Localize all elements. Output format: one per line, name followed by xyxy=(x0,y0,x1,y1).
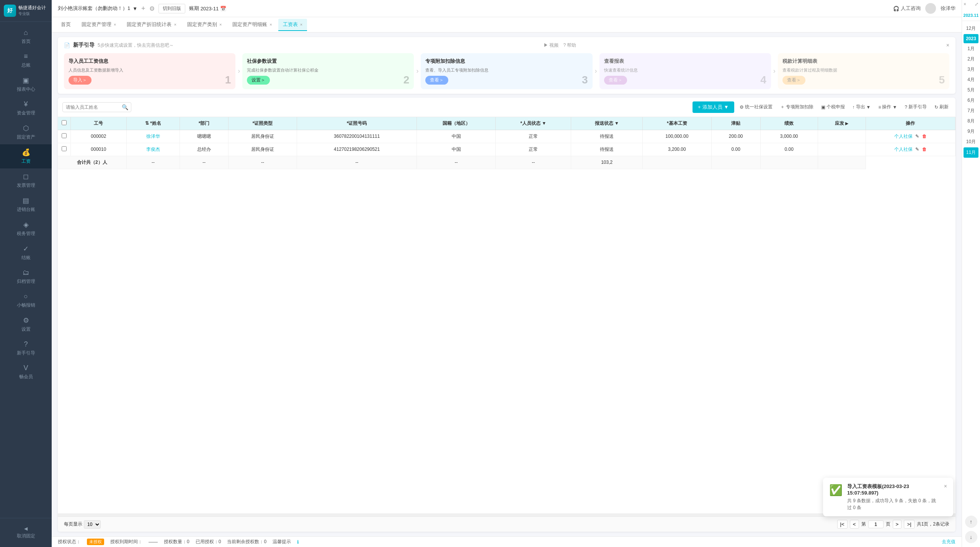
row1-social-link[interactable]: 个人社保 xyxy=(894,134,913,139)
newbie-guide-btn[interactable]: ? 新手引导 xyxy=(902,102,929,112)
row1-perf: 3,000.00 xyxy=(760,130,818,143)
video-link[interactable]: ▶ 视频 xyxy=(544,42,559,49)
footer-dash-8 xyxy=(711,156,760,169)
tab-fixed-assets-close[interactable]: × xyxy=(114,22,116,27)
pagination-controls: |< < 第 页 > >| 共1页，2条记录 xyxy=(837,520,949,529)
row1-edit-icon[interactable]: ✎ xyxy=(915,134,919,139)
guide-close-button[interactable]: × xyxy=(946,42,949,48)
month-8[interactable]: 8月 xyxy=(962,116,980,126)
right-icon-down[interactable]: ↓ xyxy=(965,531,977,543)
step-5-btn[interactable]: 查看＞ xyxy=(782,76,805,85)
month-2[interactable]: 2月 xyxy=(962,54,980,64)
sidebar-item-member[interactable]: V 畅会员 xyxy=(0,360,52,384)
month-4[interactable]: 4月 xyxy=(962,75,980,85)
row1-name-link[interactable]: 徐泽华 xyxy=(146,134,160,139)
unpin-button[interactable]: ◀ 取消固定 xyxy=(0,522,52,543)
month-10[interactable]: 10月 xyxy=(962,137,980,147)
sidebar-item-finance[interactable]: ¥ 资金管理 xyxy=(0,96,52,120)
calendar-icon[interactable]: 📅 xyxy=(220,6,226,11)
sidebar-item-home[interactable]: ⌂ 首页 xyxy=(0,25,52,49)
scrollbar[interactable] xyxy=(58,513,956,516)
filter-status-icon[interactable]: ▼ xyxy=(542,121,546,126)
sidebar-item-assets[interactable]: ⬡ 固定资产 xyxy=(0,120,52,144)
sidebar-item-settings[interactable]: ⚙ 设置 xyxy=(0,312,52,336)
step-4-btn[interactable]: 查看＞ xyxy=(604,76,627,85)
row2-name-link[interactable]: 李俊杰 xyxy=(146,147,160,152)
sidebar-item-expense[interactable]: ○ 小畅报销 xyxy=(0,289,52,312)
month-7[interactable]: 7月 xyxy=(962,106,980,116)
tab-depreciation-close[interactable]: × xyxy=(174,22,176,27)
tab-assets-category[interactable]: 固定资产类别 × xyxy=(183,19,226,31)
ai-consult-btn[interactable]: 🎧 人工咨询 xyxy=(893,5,921,12)
filter-send-icon[interactable]: ▼ xyxy=(614,121,619,126)
tab-payroll[interactable]: 工资表 × xyxy=(278,19,307,31)
notif-title: 导入工资表模板(2023-03-23 15:07:59.897) xyxy=(847,483,939,496)
sidebar-item-report[interactable]: ▣ 报表中心 xyxy=(0,72,52,96)
tab-fixed-assets[interactable]: 固定资产管理 × xyxy=(77,19,121,31)
help-link[interactable]: ? 帮助 xyxy=(563,42,576,49)
sidebar-item-sales[interactable]: ▤ 进销台账 xyxy=(0,193,52,217)
settings-cog-icon[interactable]: ⚙ xyxy=(149,5,155,12)
search-wrapper: 🔍 xyxy=(62,102,131,112)
expand-icon[interactable]: ⤢ xyxy=(975,2,978,7)
sidebar-item-archive[interactable]: 🗂 归档管理 xyxy=(0,265,52,289)
sidebar-item-payroll[interactable]: 💰 工资 xyxy=(0,144,52,168)
refresh-btn[interactable]: ↻ 刷新 xyxy=(932,102,951,112)
notif-content: 导入工资表模板(2023-03-23 15:07:59.897) 共 9 条数据… xyxy=(847,483,939,511)
search-input[interactable] xyxy=(62,102,131,112)
right-icon-up[interactable]: ↑ xyxy=(965,516,977,528)
month-12[interactable]: 12月 xyxy=(962,23,980,34)
sidebar-item-guide[interactable]: ? 新手引导 xyxy=(0,336,52,360)
account-selector[interactable]: 刘小艳演示账套（勿删勿动！）1 ▼ xyxy=(58,5,137,12)
month-6[interactable]: 6月 xyxy=(962,95,980,106)
tax-report-btn[interactable]: ▣ 个税申报 xyxy=(819,102,847,112)
panel-close-icon[interactable]: × xyxy=(964,2,966,7)
row2-select[interactable] xyxy=(62,146,67,151)
tab-payroll-close[interactable]: × xyxy=(300,22,302,27)
sidebar-item-ledger[interactable]: ≡ 总账 xyxy=(0,49,52,72)
tab-assets-detail-close[interactable]: × xyxy=(270,22,272,27)
last-page-btn[interactable]: >| xyxy=(904,520,914,529)
step-3-btn[interactable]: 查看＞ xyxy=(425,76,448,85)
tab-depreciation[interactable]: 固定资产折旧统计表 × xyxy=(122,19,181,31)
sidebar-item-invoice[interactable]: ◻ 发票管理 xyxy=(0,168,52,193)
tab-assets-detail[interactable]: 固定资产明细账 × xyxy=(228,19,276,31)
month-5[interactable]: 5月 xyxy=(962,85,980,95)
social-insurance-btn[interactable]: ⚙ 统一社保设置 xyxy=(737,102,775,112)
next-page-btn[interactable]: > xyxy=(893,520,902,529)
special-deduction-btn[interactable]: ＋ 专项附加扣除 xyxy=(778,102,816,112)
row2-id: 000010 xyxy=(71,143,127,156)
month-9[interactable]: 9月 xyxy=(962,126,980,137)
sidebar-item-close[interactable]: ✓ 结账 xyxy=(0,241,52,265)
step-1-btn[interactable]: 导入＞ xyxy=(69,76,91,85)
row1-delete-icon[interactable]: 🗑 xyxy=(922,134,927,139)
step-2-btn[interactable]: 设置＞ xyxy=(247,76,270,85)
page-number-input[interactable] xyxy=(868,520,884,528)
month-11[interactable]: 11月 xyxy=(964,147,978,158)
row2-edit-icon[interactable]: ✎ xyxy=(915,147,919,152)
per-page-select[interactable]: 10 20 50 xyxy=(84,520,101,529)
sidebar-item-tax[interactable]: ◈ 税务管理 xyxy=(0,217,52,241)
month-3[interactable]: 3月 xyxy=(962,64,980,75)
row2-social-link[interactable]: 个人社保 xyxy=(894,147,913,152)
go-auth-link[interactable]: 去充值 xyxy=(942,539,956,545)
payable-expand-icon[interactable]: ▶ xyxy=(845,121,848,126)
row2-delete-icon[interactable]: 🗑 xyxy=(922,147,927,152)
row2-basic: 3,200.00 xyxy=(643,143,712,156)
prev-page-btn[interactable]: < xyxy=(850,520,859,529)
month-1[interactable]: 1月 xyxy=(962,44,980,54)
add-person-button[interactable]: + 添加人员 ▼ xyxy=(693,101,734,113)
operations-btn[interactable]: ≡ 操作 ▼ xyxy=(876,102,899,112)
sidebar-label-home: 首页 xyxy=(21,38,31,45)
select-all-checkbox[interactable] xyxy=(62,120,67,125)
tab-home[interactable]: 首页 xyxy=(56,19,75,31)
switch-version-button[interactable]: 切到旧版 xyxy=(158,4,185,13)
export-btn[interactable]: ↑ 导出 ▼ xyxy=(850,102,873,112)
notif-close-button[interactable]: × xyxy=(944,483,947,489)
row1-select[interactable] xyxy=(62,133,67,138)
first-page-btn[interactable]: |< xyxy=(837,520,848,529)
sidebar: 好 畅捷通好会计 专业版 ⌂ 首页 ≡ 总账 ▣ 报表中心 ¥ 资金管理 ⬡ 固… xyxy=(0,0,52,547)
year-2023[interactable]: 2023 xyxy=(964,34,978,43)
add-account-icon[interactable]: + xyxy=(141,5,145,13)
tab-assets-category-close[interactable]: × xyxy=(219,22,222,27)
